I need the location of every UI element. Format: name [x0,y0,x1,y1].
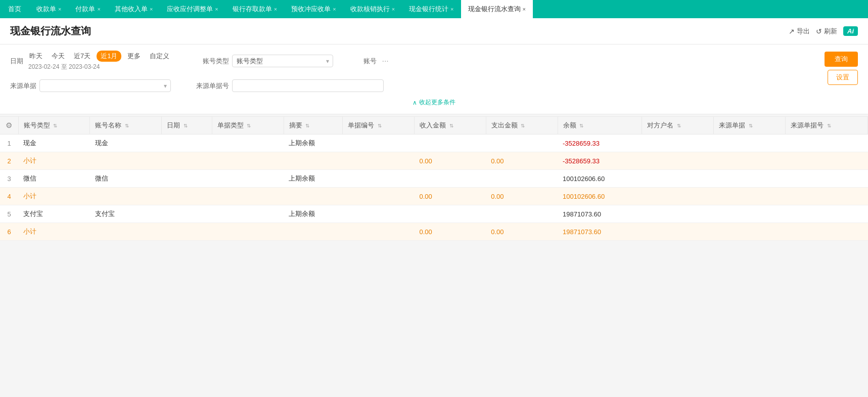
cell-date [162,170,212,188]
account-type-filter: 账号类型 账号类型 [203,55,333,67]
row-num: 1 [0,135,18,152]
date-range: 2023-02-24 至 2023-03-24 [28,63,172,71]
cell-expense: 0.00 [486,188,558,205]
cell-account-name [90,152,162,170]
cell-date [162,188,212,205]
sort-icon: ⇅ [247,123,251,128]
th-expense[interactable]: 支出金额 ⇅ [486,117,558,135]
close-icon[interactable]: × [450,6,453,12]
cell-income: 0.00 [414,188,486,205]
cell-expense: 0.00 [486,152,558,170]
filter-left: 日期 昨天 今天 近7天 近1月 更多 自定义 2023-02-24 至 202… [10,51,814,96]
cell-doc-type [212,135,284,152]
gear-icon[interactable]: ⚙ [6,121,12,129]
account-type-select[interactable]: 账号类型 [232,55,333,67]
th-doc-no[interactable]: 单据编号 ⇅ [343,117,415,135]
cell-source-doc-no [786,152,868,170]
nav-tab-tongji[interactable]: 现金银行统计 × [402,0,461,18]
row-num: 4 [0,188,18,205]
filter-row-2: 来源单据 来源单据号 [10,79,814,92]
nav-tab-hexiao[interactable]: 收款核销执行 × [343,0,402,18]
ai-badge[interactable]: Ai [843,26,858,36]
collapse-icon: ∧ [413,99,417,106]
nav-tab-tiaozheng[interactable]: 应收应付调整单 × [160,0,225,18]
cell-source-doc-no [786,170,868,188]
th-account-name[interactable]: 账号名称 ⇅ [90,117,162,135]
export-icon: ↗ [789,27,795,35]
row-num: 5 [0,205,18,223]
cell-account-type: 支付宝 [18,205,90,223]
cell-income [414,205,486,223]
th-source-doc[interactable]: 来源单据 ⇅ [714,117,786,135]
date-opt-more[interactable]: 更多 [124,51,144,62]
account-type-select-wrapper: 账号类型 [232,55,333,67]
th-account-type[interactable]: 账号类型 ⇅ [18,117,90,135]
sort-icon: ⇅ [449,123,453,128]
export-button[interactable]: ↗ 导出 [789,27,810,36]
date-opt-yesterday[interactable]: 昨天 [26,51,45,62]
source-doc-select[interactable] [39,79,171,92]
close-icon[interactable]: × [523,6,526,12]
cell-doc-no [343,223,415,241]
date-opt-custom[interactable]: 自定义 [147,51,172,62]
nav-tab-yinhang[interactable]: 银行存取款单 × [225,0,284,18]
cell-counterparty [642,170,714,188]
th-doc-type[interactable]: 单据类型 ⇅ [212,117,284,135]
dots-icon[interactable]: ··· [380,57,390,66]
nav-tab-qitashouru[interactable]: 其他收入单 × [108,0,160,18]
cell-date [162,205,212,223]
collapse-label: 收起更多条件 [419,98,455,107]
th-settings[interactable]: ⚙ [0,117,18,135]
cell-counterparty [642,152,714,170]
sort-icon: ⇅ [184,123,188,128]
source-doc-num-filter: 来源单据号 [196,79,384,92]
close-icon[interactable]: × [274,6,277,12]
close-icon[interactable]: × [150,6,153,12]
cell-source-doc [714,205,786,223]
cell-doc-no [343,135,415,152]
cell-doc-type [212,188,284,205]
th-summary[interactable]: 摘要 ⇅ [284,117,343,135]
nav-home[interactable]: 首页 [0,0,29,18]
th-balance[interactable]: 余额 ⇅ [558,117,642,135]
cell-doc-no [343,170,415,188]
cell-counterparty [642,223,714,241]
cell-account-name [90,188,162,205]
row-num: 2 [0,152,18,170]
th-counterparty[interactable]: 对方户名 ⇅ [642,117,714,135]
collapse-bar[interactable]: ∧ 收起更多条件 [10,96,858,109]
query-button[interactable]: 查询 [825,52,858,67]
nav-tab-liushui[interactable]: 现金银行流水查询 × [461,0,533,18]
nav-tab-shoukuandan[interactable]: 收款单 × [29,0,68,18]
nav-tab-yushou[interactable]: 预收冲应收单 × [284,0,343,18]
nav-tab-fukuandan[interactable]: 付款单 × [68,0,107,18]
cell-date [162,152,212,170]
cell-source-doc [714,152,786,170]
close-icon[interactable]: × [333,6,336,12]
date-opt-today[interactable]: 今天 [49,51,68,62]
close-icon[interactable]: × [215,6,218,12]
cell-balance: 100102606.60 [558,170,642,188]
th-source-doc-no[interactable]: 来源单据号 ⇅ [786,117,868,135]
cell-source-doc-no [786,188,868,205]
close-icon[interactable]: × [97,6,100,12]
data-table: ⚙ 账号类型 ⇅ 账号名称 ⇅ 日期 ⇅ 单据类型 ⇅ [0,116,868,241]
cell-account-name [90,223,162,241]
cell-account-name: 微信 [90,170,162,188]
th-date[interactable]: 日期 ⇅ [162,117,212,135]
table-row: 5支付宝支付宝上期余额19871073.60 [0,205,868,223]
cell-source-doc [714,188,786,205]
date-opt-1month[interactable]: 近1月 [97,51,121,62]
settings-button[interactable]: 设置 [828,70,858,85]
date-opt-7days[interactable]: 近7天 [71,51,94,62]
source-doc-label: 来源单据 [10,81,36,91]
header-actions: ↗ 导出 ↺ 刷新 Ai [789,26,858,36]
source-doc-num-input[interactable] [232,79,384,92]
source-doc-select-wrapper [39,79,171,92]
cell-balance: 19871073.60 [558,223,642,241]
th-income[interactable]: 收入金额 ⇅ [414,117,486,135]
sort-icon: ⇅ [521,123,525,128]
close-icon[interactable]: × [392,6,395,12]
refresh-button[interactable]: ↺ 刷新 [816,27,837,36]
close-icon[interactable]: × [58,6,61,12]
